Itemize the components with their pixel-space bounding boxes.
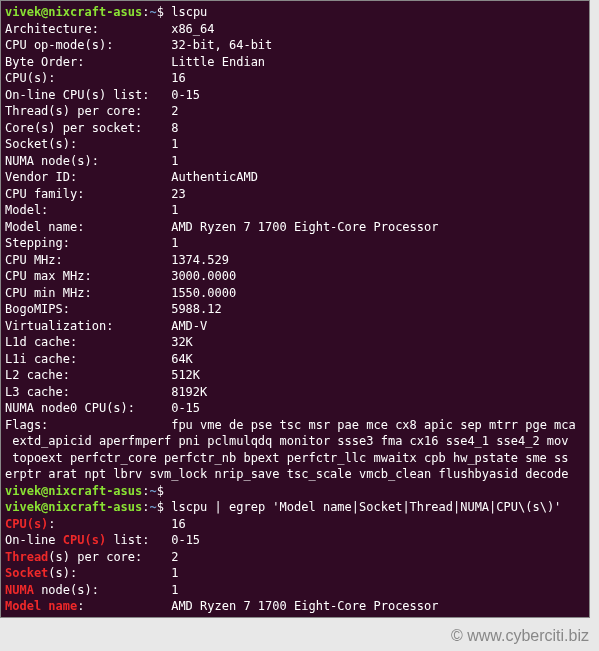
output-label: Stepping:: [5, 236, 171, 250]
output-row: L3 cache: 8192K: [5, 384, 585, 401]
command-line: vivek@nixcraft-asus:~$ lscpu: [5, 4, 585, 21]
output-value: 3000.0000: [171, 269, 236, 283]
prompt-colon: :: [142, 5, 149, 19]
output-row: Core(s) per socket: 8: [5, 120, 585, 137]
output-label: CPU op-mode(s):: [5, 38, 171, 52]
output-row: NUMA node(s): 1: [5, 582, 585, 599]
prompt-user: vivek@nixcraft-asus: [5, 500, 142, 514]
output-value: AMD Ryzen 7 1700 Eight-Core Processor: [171, 599, 438, 613]
output-row: Virtualization: AMD-V: [5, 318, 585, 335]
output-row: L2 cache: 512K: [5, 367, 585, 384]
output-value: 23: [171, 187, 185, 201]
output-value: 1: [171, 137, 178, 151]
output-row: NUMA node0 CPU(s): 0-15: [5, 615, 585, 619]
output-value: 1374.529: [171, 253, 229, 267]
grep-highlight: Model name: [5, 599, 77, 613]
output-value: 0-15: [171, 533, 200, 547]
prompt-colon: :: [142, 484, 149, 498]
output-label: L3 cache:: [5, 385, 171, 399]
output-row: CPU op-mode(s): 32-bit, 64-bit: [5, 37, 585, 54]
command-line: vivek@nixcraft-asus:~$: [5, 483, 585, 500]
output-value: AuthenticAMD: [171, 170, 258, 184]
output-row: L1i cache: 64K: [5, 351, 585, 368]
prompt-symbol: $: [157, 484, 171, 498]
output-value: 5988.12: [171, 302, 222, 316]
output-row: Byte Order: Little Endian: [5, 54, 585, 71]
output-value: 0-15: [171, 401, 200, 415]
output-row: On-line CPU(s) list: 0-15: [5, 532, 585, 549]
output-label: Flags:: [5, 418, 171, 432]
output-label: On-line CPU(s) list:: [5, 533, 171, 547]
output-label: CPU min MHz:: [5, 286, 171, 300]
output-value: 1550.0000: [171, 286, 236, 300]
output-value: 1: [171, 203, 178, 217]
output-value: 8192K: [171, 385, 207, 399]
output-label: L2 cache:: [5, 368, 171, 382]
output-row: extd_apicid aperfmperf pni pclmulqdq mon…: [5, 433, 585, 450]
output-row: CPU(s): 16: [5, 70, 585, 87]
grep-highlight: NUMA: [5, 616, 34, 619]
output-value: AMD-V: [171, 319, 207, 333]
prompt-symbol: $: [157, 500, 171, 514]
output-value: 8: [171, 121, 178, 135]
output-row: CPU MHz: 1374.529: [5, 252, 585, 269]
output-value: 16: [171, 71, 185, 85]
output-label: Vendor ID:: [5, 170, 171, 184]
output-row: Model name: AMD Ryzen 7 1700 Eight-Core …: [5, 598, 585, 615]
output-label: NUMA node(s):: [5, 154, 171, 168]
output-value: 1: [171, 583, 178, 597]
output-label: NUMA node(s):: [5, 583, 171, 597]
prompt-path: ~: [150, 500, 157, 514]
output-label: L1d cache:: [5, 335, 171, 349]
terminal-window[interactable]: vivek@nixcraft-asus:~$ lscpuArchitecture…: [0, 0, 590, 618]
grep-highlight: CPU(s): [5, 517, 48, 531]
output-label: NUMA node0 CPU(s):: [5, 401, 171, 415]
output-label: CPU family:: [5, 187, 171, 201]
output-row: Vendor ID: AuthenticAMD: [5, 169, 585, 186]
output-label: Model name:: [5, 220, 171, 234]
output-label: Socket(s):: [5, 566, 171, 580]
output-label: Thread(s) per core:: [5, 104, 171, 118]
output-row: Thread(s) per core: 2: [5, 549, 585, 566]
output-row: Model name: AMD Ryzen 7 1700 Eight-Core …: [5, 219, 585, 236]
output-value: 32-bit, 64-bit: [171, 38, 272, 52]
output-value: 0-15: [171, 616, 200, 619]
output-row: NUMA node0 CPU(s): 0-15: [5, 400, 585, 417]
watermark-text: © www.cyberciti.biz: [451, 627, 589, 645]
output-row: CPU min MHz: 1550.0000: [5, 285, 585, 302]
output-label: NUMA node0 CPU(s):: [5, 616, 171, 619]
output-label: CPU max MHz:: [5, 269, 171, 283]
grep-highlight: CPU(s): [63, 533, 106, 547]
output-value: 0-15: [171, 88, 200, 102]
output-row: erptr arat npt lbrv svm_lock nrip_save t…: [5, 466, 585, 483]
prompt-path: ~: [150, 484, 157, 498]
output-label: L1i cache:: [5, 352, 171, 366]
output-label: Core(s) per socket:: [5, 121, 171, 135]
output-value: 64K: [171, 352, 193, 366]
output-row: CPU(s): 16: [5, 516, 585, 533]
prompt-user: vivek@nixcraft-asus: [5, 484, 142, 498]
output-value: 2: [171, 104, 178, 118]
output-row: Stepping: 1: [5, 235, 585, 252]
output-value: fpu vme de pse tsc msr pae mce cx8 apic …: [171, 418, 583, 432]
output-value: AMD Ryzen 7 1700 Eight-Core Processor: [171, 220, 438, 234]
output-value: x86_64: [171, 22, 214, 36]
output-row: Thread(s) per core: 2: [5, 103, 585, 120]
output-label: Architecture:: [5, 22, 171, 36]
command-text: lscpu | egrep 'Model name|Socket|Thread|…: [171, 500, 561, 514]
output-row: L1d cache: 32K: [5, 334, 585, 351]
output-row: Socket(s): 1: [5, 136, 585, 153]
prompt-user: vivek@nixcraft-asus: [5, 5, 142, 19]
output-row: Architecture: x86_64: [5, 21, 585, 38]
output-row: On-line CPU(s) list: 0-15: [5, 87, 585, 104]
output-row: CPU family: 23: [5, 186, 585, 203]
output-label: Thread(s) per core:: [5, 550, 171, 564]
prompt-path: ~: [150, 5, 157, 19]
output-label: CPU MHz:: [5, 253, 171, 267]
output-label: Model:: [5, 203, 171, 217]
output-label: CPU(s):: [5, 517, 171, 531]
output-value: 32K: [171, 335, 193, 349]
output-value: 1: [171, 236, 178, 250]
output-value: 1: [171, 566, 178, 580]
output-value: 2: [171, 550, 178, 564]
